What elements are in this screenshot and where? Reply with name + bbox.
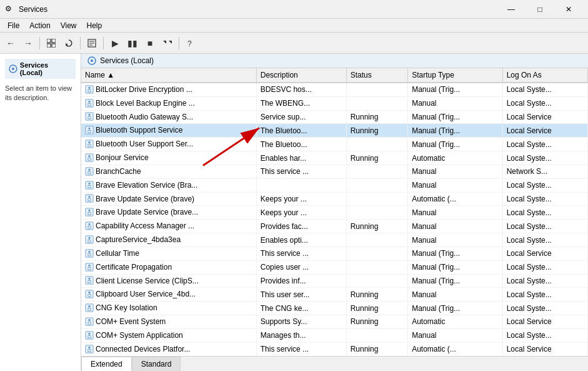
column-header-status[interactable]: Status — [346, 68, 407, 83]
refresh-button[interactable] — [61, 35, 77, 51]
menu-file[interactable]: File — [2, 19, 24, 32]
close-button[interactable]: ✕ — [554, 0, 583, 19]
table-row[interactable]: Bluetooth Audio Gateway S... Service sup… — [81, 110, 588, 124]
table-row[interactable]: Bluetooth Support Service The Bluetoo...… — [81, 124, 588, 138]
help-button[interactable]: ? — [182, 35, 199, 51]
service-row-icon — [85, 235, 94, 244]
service-row-icon — [85, 181, 94, 190]
service-logon: Local Service — [502, 110, 587, 124]
column-header-name[interactable]: Name ▲ — [81, 68, 256, 83]
maximize-button[interactable]: □ — [526, 0, 554, 19]
svg-rect-47 — [88, 186, 91, 188]
service-status: Running — [346, 315, 407, 329]
table-row[interactable]: COM+ Event System Supports Sy... Running… — [81, 315, 588, 329]
menu-action[interactable]: Action — [24, 19, 55, 32]
service-status: Running — [346, 302, 407, 315]
service-status: Running — [346, 342, 407, 356]
service-description — [256, 178, 346, 192]
forward-button[interactable]: → — [20, 35, 36, 51]
service-name: Bluetooth Support Service — [81, 124, 256, 138]
service-status: Running — [346, 110, 407, 124]
service-logon: Network S... — [502, 165, 587, 178]
table-row[interactable]: Block Level Backup Engine ... The WBENG.… — [81, 96, 588, 110]
stop-button[interactable]: ■ — [142, 35, 158, 51]
column-header-log-on-as[interactable]: Log On As — [502, 68, 587, 83]
service-startup-type: Manual — [408, 96, 502, 110]
sidebar-header: Services (Local) — [5, 59, 76, 79]
table-row[interactable]: Connected Devices Platfor... This servic… — [81, 342, 588, 356]
table-row[interactable]: Brave Update Service (brave) Keeps your … — [81, 192, 588, 206]
table-row[interactable]: CaptureService_4bda3ea Enables opti... M… — [81, 233, 588, 247]
minimize-button[interactable]: — — [497, 0, 526, 19]
service-logon: Local Syste... — [502, 96, 587, 110]
svg-point-57 — [88, 223, 91, 226]
table-row[interactable]: Capability Access Manager ... Provides f… — [81, 220, 588, 233]
service-logon: Local Syste... — [502, 151, 587, 165]
service-status — [346, 83, 407, 96]
svg-point-53 — [88, 210, 91, 212]
service-description: This user ser... — [256, 288, 346, 302]
service-logon: Local Syste... — [502, 220, 587, 233]
menu-bar: File Action View Help — [0, 19, 588, 33]
show-hide-console-button[interactable] — [43, 35, 59, 51]
svg-rect-91 — [88, 336, 91, 338]
toolbar-separator-3 — [103, 37, 104, 49]
console-tree-icon — [47, 39, 56, 48]
svg-marker-9 — [163, 41, 166, 44]
svg-rect-67 — [88, 254, 91, 256]
svg-point-37 — [88, 155, 91, 158]
tab-extended[interactable]: Extended — [81, 357, 132, 371]
sidebar-header-text: Services (Local) — [20, 61, 72, 76]
service-logon: Local Syste... — [502, 192, 587, 206]
table-row[interactable]: Client License Service (ClipS... Provide… — [81, 274, 588, 288]
table-row[interactable]: Certificate Propagation Copies user ... … — [81, 260, 588, 274]
svg-rect-79 — [88, 295, 91, 297]
table-row[interactable]: Brave Elevation Service (Bra... Manual L… — [81, 178, 588, 192]
services-table-scroll[interactable]: Name ▲ Description Status Startup Type — [81, 68, 588, 356]
service-status — [346, 165, 407, 178]
window-controls: — □ ✕ — [497, 0, 583, 19]
pause-button[interactable]: ▮▮ — [124, 35, 141, 51]
svg-point-17 — [88, 86, 91, 89]
service-startup-type: Manual (Trig... — [408, 124, 502, 138]
menu-view[interactable]: View — [56, 19, 82, 32]
table-row[interactable]: Bonjour Service Enables har... Running A… — [81, 151, 588, 165]
service-description: Provides inf... — [256, 274, 346, 288]
tab-standard[interactable]: Standard — [132, 357, 181, 371]
service-startup-type: Automatic (... — [408, 192, 502, 206]
table-row[interactable]: Brave Update Service (brave... Keeps you… — [81, 206, 588, 220]
service-name: Certificate Propagation — [81, 260, 256, 274]
table-row[interactable]: Clipboard User Service_4bd... This user … — [81, 288, 588, 302]
table-row[interactable]: Cellular Time This service ... Manual (T… — [81, 246, 588, 260]
service-startup-type: Manual — [408, 206, 502, 220]
service-row-icon — [85, 317, 94, 326]
properties-icon — [87, 39, 96, 48]
services-panel: Services (Local) Name ▲ Description — [81, 54, 588, 371]
svg-point-77 — [88, 292, 91, 294]
table-row[interactable]: Bluetooth User Support Ser... The Blueto… — [81, 138, 588, 151]
toolbar-separator-4 — [179, 37, 179, 49]
svg-rect-59 — [88, 226, 91, 228]
service-row-icon — [85, 290, 94, 298]
svg-rect-63 — [88, 240, 91, 242]
service-startup-type: Manual (Trig... — [408, 110, 502, 124]
menu-help[interactable]: Help — [82, 19, 107, 32]
services-panel-wrapper: Services (Local) Name ▲ Description — [81, 54, 588, 371]
play-button[interactable]: ▶ — [107, 35, 123, 51]
sidebar: Services (Local) Select an item to view … — [0, 54, 81, 371]
table-row[interactable]: COM+ System Application Manages th... Ma… — [81, 328, 588, 342]
back-button[interactable]: ← — [2, 35, 19, 51]
column-header-description[interactable]: Description — [256, 68, 346, 83]
table-row[interactable]: CNG Key Isolation The CNG ke... Running … — [81, 302, 588, 315]
service-description: Keeps your ... — [256, 206, 346, 220]
service-row-icon — [85, 99, 94, 108]
table-row[interactable]: BitLocker Drive Encryption ... BDESVC ho… — [81, 83, 588, 96]
service-description: Copies user ... — [256, 260, 346, 274]
service-startup-type: Manual — [408, 288, 502, 302]
table-row[interactable]: BranchCache This service ... Manual Netw… — [81, 165, 588, 178]
service-startup-type: Manual — [408, 178, 502, 192]
service-description: Supports Sy... — [256, 315, 346, 329]
column-header-startup-type[interactable]: Startup Type — [408, 68, 502, 83]
restart-button[interactable] — [159, 35, 176, 51]
properties-button[interactable] — [84, 35, 100, 51]
